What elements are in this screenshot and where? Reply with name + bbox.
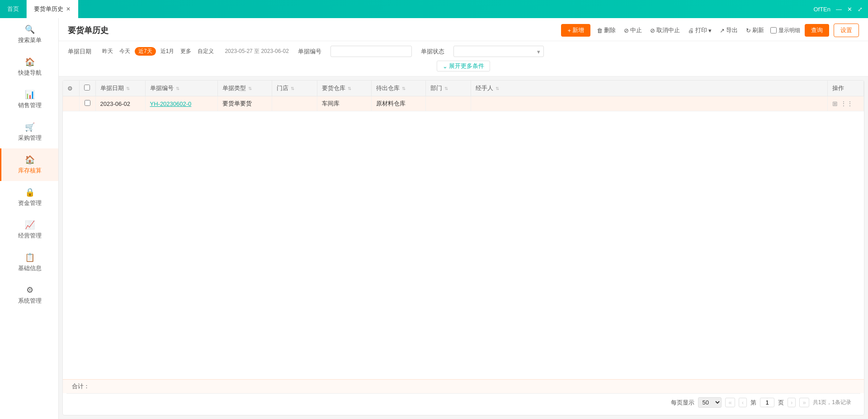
bill-no-col-header[interactable]: 单据编号 ⇅ bbox=[145, 81, 217, 96]
often-label: OfTEn bbox=[813, 6, 830, 13]
select-all-checkbox[interactable] bbox=[84, 85, 90, 90]
sidebar-item-sales[interactable]: 📊 销售管理 bbox=[0, 83, 58, 116]
tab-history[interactable]: 要货单历史 ✕ bbox=[27, 0, 78, 18]
sidebar-item-system[interactable]: ⚙ 系统管理 bbox=[0, 279, 58, 311]
page-size-label: 每页显示 bbox=[671, 399, 694, 407]
tab-history-label: 要货单历史 bbox=[34, 5, 63, 13]
print-label: 打印 bbox=[695, 26, 707, 34]
system-icon: ⚙ bbox=[26, 285, 33, 295]
sidebar: 🔍 搜索菜单 🏠 快捷导航 📊 销售管理 🛒 采购管理 🏠 库存核算 🔒 资金管… bbox=[0, 18, 59, 419]
top-bar: 首页 要货单历史 ✕ OfTEn — ✕ ⤢ bbox=[0, 0, 868, 18]
table-settings-icon[interactable]: ⚙ bbox=[67, 85, 73, 92]
ops-col-label: 操作 bbox=[832, 85, 844, 91]
pagination-bar: 每页显示 50 20 100 200 « ‹ 第 页 › » 共1页，1条记录 bbox=[66, 393, 860, 411]
date-shortcut-custom[interactable]: 自定义 bbox=[196, 47, 216, 56]
next-page-button[interactable]: › bbox=[788, 398, 796, 407]
row-pending-warehouse-cell: 原材料仓库 bbox=[371, 96, 425, 111]
cancel-stop-button[interactable]: ⊘ 取消中止 bbox=[648, 25, 682, 35]
row-checkbox[interactable] bbox=[85, 100, 90, 106]
page-size-select[interactable]: 50 20 100 200 bbox=[698, 397, 722, 408]
page-label-before: 第 bbox=[750, 399, 756, 407]
date-shortcut-today[interactable]: 今天 bbox=[118, 47, 132, 56]
total-label: 合计： bbox=[72, 383, 90, 390]
query-button[interactable]: 查询 bbox=[805, 24, 829, 37]
sidebar-label-purchase: 采购管理 bbox=[18, 134, 42, 142]
show-detail-wrapper: 显示明细 bbox=[770, 27, 800, 34]
stop-icon: ⊘ bbox=[624, 27, 629, 34]
date-shortcut-more[interactable]: 更多 bbox=[179, 47, 193, 56]
print-icon: 🖨 bbox=[688, 27, 694, 34]
minimize-btn[interactable]: — bbox=[836, 6, 842, 13]
add-button[interactable]: + 新增 bbox=[561, 24, 590, 37]
close-btn[interactable]: ✕ bbox=[847, 6, 852, 13]
pending-warehouse-sort-icon: ⇅ bbox=[402, 86, 406, 91]
sidebar-item-finance[interactable]: 🔒 资金管理 bbox=[0, 181, 58, 214]
expand-more-button[interactable]: ⌄ 展开更多条件 bbox=[437, 61, 490, 71]
stop-button[interactable]: ⊘ 中止 bbox=[622, 25, 644, 35]
status-select[interactable] bbox=[453, 46, 544, 57]
date-shortcut-1month[interactable]: 近1月 bbox=[159, 47, 176, 56]
tab-home-label: 首页 bbox=[7, 5, 19, 13]
date-shortcut-yesterday[interactable]: 昨天 bbox=[100, 47, 115, 56]
sidebar-label-basic: 基础信息 bbox=[18, 264, 42, 272]
print-arrow-icon: ▾ bbox=[708, 27, 712, 34]
more-ops-icon[interactable]: ⋮⋮ bbox=[840, 100, 853, 107]
row-bill-no-cell[interactable]: YH-20230602-0 bbox=[145, 96, 217, 111]
bill-type-col-header[interactable]: 单据类型 ⇅ bbox=[217, 81, 272, 96]
last-page-button[interactable]: » bbox=[799, 398, 809, 407]
settings-button[interactable]: 设置 bbox=[834, 24, 859, 37]
tab-home[interactable]: 首页 bbox=[0, 0, 27, 18]
store-col-header[interactable]: 门店 ⇅ bbox=[272, 81, 317, 96]
ops-col-header: 操作 bbox=[828, 81, 864, 96]
filter-area: 单据日期 昨天 今天 近7天 近1月 更多 自定义 2023-05-27 至 2… bbox=[59, 41, 868, 76]
inventory-icon: 🏠 bbox=[25, 155, 35, 165]
refresh-button[interactable]: ↻ 刷新 bbox=[744, 25, 766, 35]
home-icon: 🏠 bbox=[25, 57, 35, 67]
tab-close-icon[interactable]: ✕ bbox=[66, 6, 71, 12]
handler-sort-icon: ⇅ bbox=[495, 86, 499, 91]
dept-col-header[interactable]: 部门 ⇅ bbox=[425, 81, 471, 96]
date-range-text: 2023-05-27 至 2023-06-02 bbox=[225, 48, 288, 55]
row-dept-cell bbox=[425, 96, 471, 111]
bill-no-input[interactable] bbox=[330, 46, 412, 57]
print-button[interactable]: 🖨 打印 ▾ bbox=[686, 25, 713, 35]
page-number-input[interactable] bbox=[760, 398, 774, 407]
sidebar-item-quick-nav[interactable]: 🏠 快捷导航 bbox=[0, 51, 58, 83]
pending-warehouse-col-header[interactable]: 待出仓库 ⇅ bbox=[371, 81, 425, 96]
sidebar-item-basic[interactable]: 📋 基础信息 bbox=[0, 246, 58, 279]
date-shortcut-7days[interactable]: 近7天 bbox=[135, 47, 156, 56]
prev-page-button[interactable]: ‹ bbox=[739, 398, 747, 407]
refresh-label: 刷新 bbox=[752, 26, 764, 34]
sidebar-item-operations[interactable]: 📈 经营管理 bbox=[0, 214, 58, 246]
page-title: 要货单历史 bbox=[68, 25, 108, 36]
row-settings-cell bbox=[63, 96, 79, 111]
export-button[interactable]: ↗ 导出 bbox=[718, 25, 740, 35]
date-filter-label: 单据日期 bbox=[68, 48, 91, 56]
date-col-header[interactable]: 单据日期 ⇅ bbox=[95, 81, 145, 96]
handler-col-header[interactable]: 经手人 ⇅ bbox=[471, 81, 828, 96]
sidebar-label-finance: 资金管理 bbox=[18, 199, 42, 207]
edit-icon[interactable]: ⊞ bbox=[832, 100, 838, 107]
header-actions: + 新增 🗑 删除 ⊘ 中止 ⊘ 取消中止 🖨 打印 bbox=[561, 24, 859, 37]
sidebar-label-sales: 销售管理 bbox=[18, 101, 42, 110]
show-detail-checkbox[interactable] bbox=[770, 27, 777, 33]
delete-button[interactable]: 🗑 删除 bbox=[595, 25, 618, 35]
sidebar-item-purchase[interactable]: 🛒 采购管理 bbox=[0, 116, 58, 148]
first-page-button[interactable]: « bbox=[725, 398, 735, 407]
sidebar-item-inventory[interactable]: 🏠 库存核算 bbox=[0, 148, 58, 181]
row-store-cell bbox=[272, 96, 317, 111]
finance-icon: 🔒 bbox=[25, 187, 35, 197]
sidebar-label-operations: 经营管理 bbox=[18, 232, 42, 240]
sidebar-label-quick-nav: 快捷导航 bbox=[18, 69, 42, 77]
bill-no-col-label: 单据编号 bbox=[150, 85, 174, 91]
bill-no-link[interactable]: YH-20230602-0 bbox=[150, 100, 192, 107]
maximize-btn[interactable]: ⤢ bbox=[858, 6, 863, 13]
req-warehouse-col-header[interactable]: 要货仓库 ⇅ bbox=[317, 81, 371, 96]
top-bar-right: OfTEn — ✕ ⤢ bbox=[813, 6, 868, 13]
settings-col-header[interactable]: ⚙ bbox=[63, 81, 79, 96]
status-select-wrapper bbox=[453, 46, 544, 57]
delete-label: 删除 bbox=[604, 26, 616, 34]
bill-no-sort-icon: ⇅ bbox=[176, 86, 179, 91]
row-date-cell: 2023-06-02 bbox=[95, 96, 145, 111]
sidebar-item-search[interactable]: 🔍 搜索菜单 bbox=[0, 18, 58, 51]
